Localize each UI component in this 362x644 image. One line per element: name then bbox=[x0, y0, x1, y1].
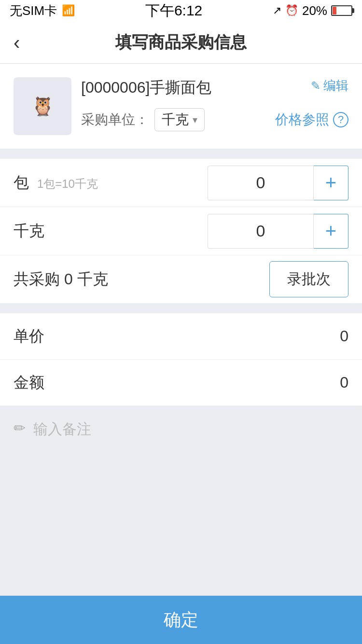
section-divider-2 bbox=[0, 304, 362, 313]
kg-label: 千克 bbox=[14, 221, 91, 242]
total-row: 共采购 0 千克 录批次 bbox=[0, 255, 362, 304]
status-right: ↗ ⏰ 20% bbox=[273, 3, 352, 18]
unit-price-value: 0 bbox=[340, 327, 348, 345]
unit-value: 千克 bbox=[162, 111, 189, 129]
back-button[interactable]: ‹ bbox=[14, 33, 20, 52]
nav-bar: ‹ 填写商品采购信息 bbox=[0, 21, 362, 64]
price-section: 单价 0 金额 0 bbox=[0, 313, 362, 406]
amount-value: 0 bbox=[340, 374, 348, 392]
kg-quantity-input[interactable] bbox=[208, 214, 314, 249]
unit-price-label: 单价 bbox=[14, 326, 340, 347]
status-left: 无SIM卡 📶 bbox=[10, 2, 75, 19]
carrier-label: 无SIM卡 bbox=[10, 2, 57, 19]
amount-label: 金额 bbox=[14, 372, 340, 393]
status-time: 下午6:12 bbox=[145, 1, 202, 21]
help-icon: ? bbox=[333, 112, 348, 127]
product-card: 🦉 [0000006]手撕面包 ✎ 编辑 采购单位： 千克 ▾ 价格参照 ? bbox=[0, 64, 362, 149]
edit-icon: ✎ bbox=[311, 79, 320, 93]
pencil-icon: ✏ bbox=[14, 420, 26, 436]
location-icon: ↗ bbox=[273, 4, 281, 17]
product-unit-row: 采购单位： 千克 ▾ 价格参照 ? bbox=[81, 108, 348, 131]
wifi-icon: 📶 bbox=[62, 4, 75, 17]
bag-plus-button[interactable]: + bbox=[314, 166, 348, 200]
status-bar: 无SIM卡 📶 下午6:12 ↗ ⏰ 20% bbox=[0, 0, 362, 21]
bag-quantity-input[interactable] bbox=[208, 166, 314, 200]
amount-row: 金额 0 bbox=[0, 360, 362, 406]
kg-input-right: + bbox=[91, 214, 348, 249]
unit-select[interactable]: 千克 ▾ bbox=[154, 108, 205, 131]
confirm-button[interactable]: 确定 bbox=[0, 596, 362, 644]
battery-pct: 20% bbox=[302, 3, 327, 18]
product-logo: 🦉 bbox=[31, 96, 54, 117]
bag-sublabel: 1包=10千克 bbox=[37, 177, 98, 190]
edit-label: 编辑 bbox=[323, 77, 348, 94]
bag-input-row: 包 1包=10千克 + bbox=[0, 159, 362, 207]
unit-price-row: 单价 0 bbox=[0, 313, 362, 360]
price-reference-button[interactable]: 价格参照 ? bbox=[275, 111, 348, 129]
input-section: 包 1包=10千克 + 千克 + bbox=[0, 159, 362, 255]
page-title: 填写商品采购信息 bbox=[115, 31, 247, 54]
kg-plus-button[interactable]: + bbox=[314, 214, 348, 249]
product-header: [0000006]手撕面包 ✎ 编辑 bbox=[81, 77, 348, 98]
product-image: 🦉 bbox=[14, 77, 71, 135]
product-name: [0000006]手撕面包 bbox=[81, 77, 301, 98]
battery-icon bbox=[331, 5, 352, 16]
remark-section[interactable]: ✏ 输入备注 bbox=[0, 406, 362, 464]
unit-section: 采购单位： 千克 ▾ bbox=[81, 108, 205, 131]
bag-label: 包 1包=10千克 bbox=[14, 172, 98, 194]
edit-button[interactable]: ✎ 编辑 bbox=[311, 77, 348, 94]
product-info: [0000006]手撕面包 ✎ 编辑 采购单位： 千克 ▾ 价格参照 ? bbox=[81, 77, 348, 131]
confirm-label: 确定 bbox=[164, 608, 198, 632]
remark-placeholder: 输入备注 bbox=[33, 420, 91, 439]
record-batch-button[interactable]: 录批次 bbox=[269, 261, 348, 297]
section-divider-1 bbox=[0, 149, 362, 159]
bag-input-right: + bbox=[98, 166, 348, 200]
alarm-icon: ⏰ bbox=[285, 4, 298, 17]
chevron-down-icon: ▾ bbox=[193, 114, 197, 126]
kg-input-row: 千克 + bbox=[0, 207, 362, 255]
price-ref-label: 价格参照 bbox=[275, 111, 329, 129]
unit-label: 采购单位： bbox=[81, 111, 149, 129]
total-label: 共采购 0 千克 bbox=[14, 269, 269, 290]
